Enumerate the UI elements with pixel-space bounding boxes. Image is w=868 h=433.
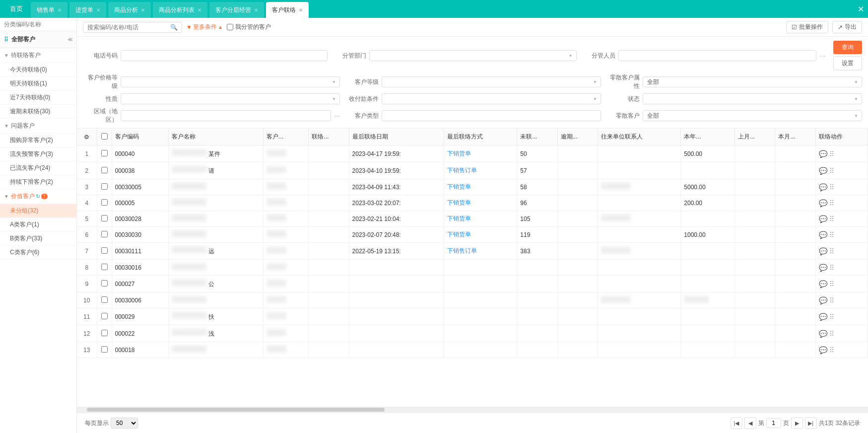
scrollbar-thumb[interactable] bbox=[87, 408, 385, 412]
chat-icon[interactable]: 💬 bbox=[819, 330, 827, 338]
sidebar-item-abnormal[interactable]: 囤购异常客户(2) bbox=[0, 134, 76, 147]
manager-input[interactable] bbox=[618, 50, 817, 61]
chat-icon[interactable]: 💬 bbox=[819, 296, 827, 304]
chat-icon[interactable]: 💬 bbox=[819, 150, 827, 158]
chat-icon[interactable]: 💬 bbox=[819, 231, 827, 239]
customer-name[interactable]: 远 bbox=[169, 243, 264, 260]
nav-tab-analysis[interactable]: 商品分析 ✕ bbox=[108, 2, 151, 18]
row-checkbox[interactable] bbox=[97, 308, 112, 325]
dept-select[interactable] bbox=[369, 50, 576, 61]
sidebar-item-class-c[interactable]: C类客户(6) bbox=[0, 246, 76, 260]
close-icon[interactable]: ✕ bbox=[254, 7, 258, 13]
query-button[interactable]: 查询 bbox=[833, 41, 862, 54]
chat-icon[interactable]: 💬 bbox=[819, 183, 827, 191]
customer-name[interactable]: 请 bbox=[169, 162, 264, 179]
category-search-input[interactable] bbox=[4, 21, 77, 28]
customer-name[interactable] bbox=[169, 211, 264, 227]
sidebar-group-pending[interactable]: ▼ 待联络客户 bbox=[0, 48, 76, 63]
chat-icon[interactable]: 💬 bbox=[819, 215, 827, 223]
customer-name[interactable] bbox=[169, 342, 264, 358]
my-customers-checkbox[interactable]: 我分管的客户 bbox=[227, 23, 271, 31]
chat-icon[interactable]: 💬 bbox=[819, 199, 827, 207]
close-icon[interactable]: ✕ bbox=[198, 7, 201, 13]
status-select[interactable] bbox=[643, 93, 862, 104]
customer-name[interactable] bbox=[169, 179, 264, 195]
close-icon[interactable]: ✕ bbox=[96, 7, 100, 13]
retail-customer-select[interactable]: 全部 bbox=[643, 110, 862, 121]
chat-icon[interactable]: 💬 bbox=[819, 346, 827, 354]
row-checkbox[interactable] bbox=[97, 260, 112, 276]
last-contact-method[interactable]: 下销货单 bbox=[447, 150, 471, 157]
chat-icon[interactable]: 💬 bbox=[819, 264, 827, 272]
row-checkbox[interactable] bbox=[97, 162, 112, 179]
customer-name[interactable]: 公 bbox=[169, 276, 264, 292]
customer-name[interactable]: 某件 bbox=[169, 145, 264, 162]
grid-action-icon[interactable]: ⠿ bbox=[829, 330, 834, 338]
customer-name[interactable]: 扶 bbox=[169, 308, 264, 325]
grid-action-icon[interactable]: ⠿ bbox=[829, 231, 834, 239]
page-input[interactable] bbox=[766, 418, 781, 428]
customer-name[interactable] bbox=[169, 195, 264, 211]
first-page-button[interactable]: |◀ bbox=[731, 417, 742, 429]
more-icon[interactable]: ··· bbox=[819, 52, 825, 60]
price-level-select[interactable] bbox=[121, 76, 340, 87]
row-checkbox[interactable] bbox=[97, 227, 112, 243]
row-checkbox[interactable] bbox=[97, 179, 112, 195]
nav-tab-customer-contact[interactable]: 客户联络 ✕ bbox=[266, 2, 309, 18]
sidebar-item-ungroup[interactable]: 未分组(32) bbox=[0, 204, 76, 218]
close-icon[interactable]: ✕ bbox=[141, 7, 145, 13]
nav-home[interactable]: 首页 bbox=[4, 0, 29, 18]
sidebar-item-class-a[interactable]: A类客户(1) bbox=[0, 218, 76, 232]
grid-action-icon[interactable]: ⠿ bbox=[829, 313, 834, 321]
customer-level-select[interactable] bbox=[382, 76, 601, 87]
grid-action-icon[interactable]: ⠿ bbox=[829, 264, 834, 272]
grid-action-icon[interactable]: ⠿ bbox=[829, 296, 834, 304]
chat-icon[interactable]: 💬 bbox=[819, 247, 827, 255]
sidebar-item-tomorrow[interactable]: 明天待联络(1) bbox=[0, 77, 76, 91]
sidebar-item-7days[interactable]: 近7天待联络(0) bbox=[0, 91, 76, 105]
next-page-button[interactable]: ▶ bbox=[791, 417, 803, 429]
page-size-select[interactable]: 50 20 100 bbox=[111, 418, 138, 429]
last-contact-method[interactable]: 下销货单 bbox=[447, 183, 471, 190]
customer-type-input[interactable] bbox=[382, 110, 601, 121]
phone-input[interactable] bbox=[121, 50, 328, 61]
last-page-button[interactable]: ▶| bbox=[805, 417, 817, 429]
last-contact-method[interactable]: 下销货单 bbox=[447, 231, 471, 238]
grid-action-icon[interactable]: ⠿ bbox=[829, 150, 834, 158]
row-checkbox[interactable] bbox=[97, 195, 112, 211]
row-checkbox[interactable] bbox=[97, 342, 112, 358]
nav-tab-purchase[interactable]: 进货单 ✕ bbox=[69, 2, 106, 18]
close-icon[interactable]: ✕ bbox=[58, 7, 62, 13]
refresh-icon[interactable]: ↻ bbox=[36, 193, 40, 200]
sidebar-item-overdue[interactable]: 逾期未联络(30) bbox=[0, 105, 76, 119]
row-checkbox[interactable] bbox=[97, 325, 112, 342]
search-icon[interactable]: 🔍 bbox=[170, 24, 178, 31]
prev-page-button[interactable]: ◀ bbox=[744, 417, 756, 429]
chat-icon[interactable]: 💬 bbox=[819, 280, 827, 288]
window-close-icon[interactable]: ✕ bbox=[858, 4, 864, 14]
all-customers-header[interactable]: ⠿ 全部客户 ≪ bbox=[0, 31, 76, 48]
sidebar-group-problem[interactable]: ▼ 问题客户 bbox=[0, 119, 76, 134]
more-conditions-button[interactable]: ▼ 更多条件 ▲ bbox=[186, 23, 223, 31]
grid-action-icon[interactable]: ⠿ bbox=[829, 280, 834, 288]
last-contact-method[interactable]: 下销售订单 bbox=[447, 167, 477, 174]
nav-tab-sales[interactable]: 销售单 ✕ bbox=[31, 2, 67, 18]
grid-action-icon[interactable]: ⠿ bbox=[829, 199, 834, 207]
select-all-checkbox[interactable] bbox=[101, 133, 108, 140]
settings-icon[interactable]: ⚙ bbox=[81, 134, 93, 141]
payment-select[interactable] bbox=[382, 93, 601, 104]
sidebar-item-churn-warning[interactable]: 流失预警客户(3) bbox=[0, 147, 76, 161]
chat-icon[interactable]: 💬 bbox=[819, 313, 827, 321]
row-checkbox[interactable] bbox=[97, 211, 112, 227]
sidebar-item-churned[interactable]: 已流失客户(24) bbox=[0, 161, 76, 175]
more-icon[interactable]: ··· bbox=[334, 112, 340, 120]
customer-name[interactable] bbox=[169, 260, 264, 276]
sidebar-item-today[interactable]: 今天待联络(0) bbox=[0, 63, 76, 77]
grid-action-icon[interactable]: ⠿ bbox=[829, 346, 834, 354]
retail-attr-select[interactable]: 全部 bbox=[643, 76, 862, 87]
sidebar-item-declining[interactable]: 持续下滑客户(2) bbox=[0, 175, 76, 189]
my-customers-check[interactable] bbox=[227, 24, 233, 30]
row-checkbox[interactable] bbox=[97, 243, 112, 260]
close-icon[interactable]: ✕ bbox=[299, 7, 303, 13]
last-contact-method[interactable]: 下销售订单 bbox=[447, 247, 477, 254]
